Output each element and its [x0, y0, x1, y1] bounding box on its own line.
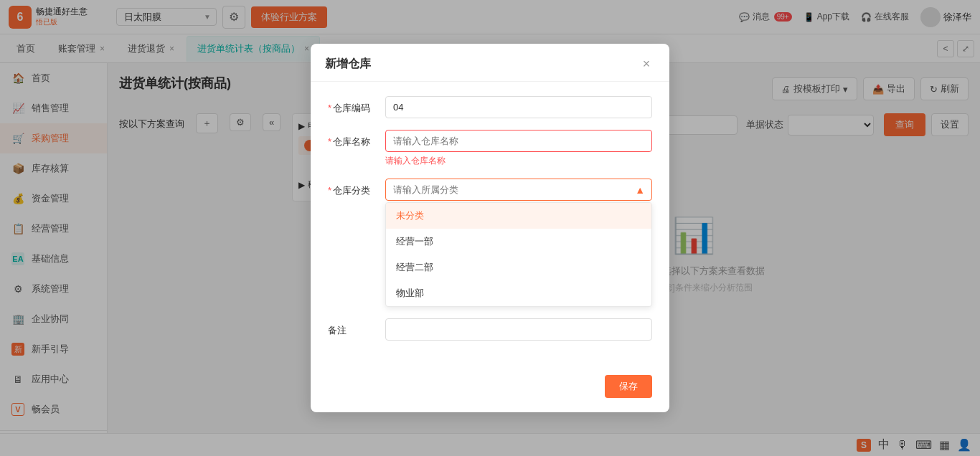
- name-error-msg: 请输入仓库名称: [385, 155, 652, 167]
- name-field: 请输入仓库名称: [385, 130, 652, 167]
- code-label: 仓库编码: [328, 96, 385, 115]
- name-label: 仓库名称: [328, 130, 385, 148]
- new-warehouse-dialog: 新增仓库 × 仓库编码 仓库名称 请输入仓库名称 仓库分类: [311, 44, 669, 412]
- form-row-code: 仓库编码: [328, 96, 652, 118]
- dialog-header: 新增仓库 ×: [311, 44, 669, 82]
- category-input-wrap: ▲: [385, 179, 652, 201]
- code-field: [385, 96, 652, 118]
- save-button[interactable]: 保存: [605, 375, 652, 398]
- form-row-remark: 备注: [328, 318, 652, 341]
- remark-field: [385, 318, 652, 341]
- remark-label: 备注: [328, 318, 385, 337]
- dialog-close-button[interactable]: ×: [638, 55, 655, 72]
- up-arrow-icon[interactable]: ▲: [635, 184, 645, 196]
- category-input[interactable]: [385, 179, 652, 201]
- dropdown-item-dept3[interactable]: 物业部: [386, 280, 651, 306]
- form-row-category: 仓库分类 ▲ 未分类 经营一部 经营二部 物业部: [328, 179, 652, 307]
- dialog-title: 新增仓库: [325, 57, 638, 72]
- code-input[interactable]: [385, 96, 652, 118]
- category-field: ▲ 未分类 经营一部 经营二部 物业部: [385, 179, 652, 307]
- category-label: 仓库分类: [328, 179, 385, 197]
- form-row-name: 仓库名称 请输入仓库名称: [328, 130, 652, 167]
- dialog-body: 仓库编码 仓库名称 请输入仓库名称 仓库分类 ▲: [311, 82, 669, 366]
- remark-input[interactable]: [385, 318, 652, 341]
- dropdown-item-dept1[interactable]: 经营一部: [386, 229, 651, 255]
- dropdown-item-uncategorized[interactable]: 未分类: [386, 203, 651, 229]
- dialog-footer: 保存: [311, 366, 669, 412]
- name-input[interactable]: [385, 130, 652, 152]
- dropdown-item-dept2[interactable]: 经营二部: [386, 255, 651, 280]
- dialog-overlay[interactable]: 新增仓库 × 仓库编码 仓库名称 请输入仓库名称 仓库分类: [0, 0, 980, 456]
- category-dropdown: 未分类 经营一部 经营二部 物业部: [385, 202, 652, 307]
